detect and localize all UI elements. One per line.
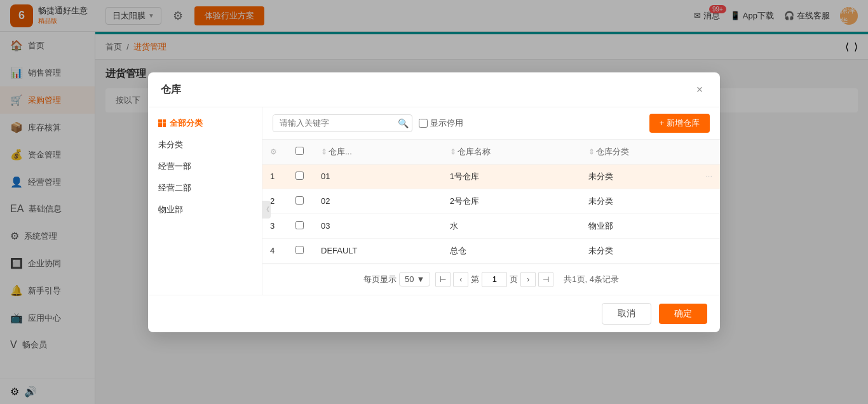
row-code: 01 <box>313 164 442 189</box>
right-panel: 🔍 显示停用 + 新增仓库 ⚙ ⇕仓库... <box>262 107 720 295</box>
modal-close-button[interactable]: × <box>692 83 707 98</box>
row-checkbox[interactable] <box>288 189 313 213</box>
row-code: 02 <box>313 189 442 213</box>
row-category: 物业部 <box>581 213 720 238</box>
next-page-button[interactable]: › <box>520 272 536 287</box>
search-input[interactable] <box>273 115 393 131</box>
table-row[interactable]: 4 DEFAULT 总仓 未分类 <box>262 238 720 263</box>
modal-title: 仓库 <box>161 83 181 97</box>
category-item-4[interactable]: 物业部 <box>148 199 262 220</box>
warehouse-modal: 仓库 × 《 全部分类未分类经营一部经营二部物业部 🔍 <box>148 72 720 332</box>
grid-icon <box>158 119 166 127</box>
col-checkbox <box>288 140 313 165</box>
row-category: 未分类 <box>581 189 720 213</box>
row-checkbox[interactable] <box>288 213 313 238</box>
warehouse-table: ⚙ ⇕仓库... ⇕仓库名称 ⇕仓库分类 1 01 1号仓库 未分类 ··· 2 <box>262 140 720 264</box>
prev-page-button[interactable]: ‹ <box>453 272 468 287</box>
category-item-2[interactable]: 经营一部 <box>148 156 262 177</box>
row-name: 1号仓库 <box>442 164 581 189</box>
row-no: 4 <box>262 238 288 263</box>
row-category: 未分类 ··· <box>581 164 720 189</box>
warehouse-table-wrap: ⚙ ⇕仓库... ⇕仓库名称 ⇕仓库分类 1 01 1号仓库 未分类 ··· 2 <box>262 140 720 264</box>
confirm-button[interactable]: 确定 <box>659 304 707 324</box>
category-item-0[interactable]: 全部分类 <box>148 112 262 134</box>
page-total: 共1页, 4条记录 <box>564 274 619 285</box>
add-warehouse-button[interactable]: + 新增仓库 <box>649 114 710 133</box>
search-button[interactable]: 🔍 <box>393 115 412 131</box>
table-row[interactable]: 1 01 1号仓库 未分类 ··· <box>262 164 720 189</box>
first-page-button[interactable]: ⊢ <box>435 272 451 287</box>
panel-collapse-button[interactable]: 《 <box>262 201 271 219</box>
row-name: 2号仓库 <box>442 189 581 213</box>
show-disabled-label: 显示停用 <box>419 118 463 129</box>
row-name: 水 <box>442 213 581 238</box>
pager: ⊢ ‹ 第 页 › ⊣ <box>435 272 553 287</box>
page-number-input[interactable] <box>482 272 507 287</box>
page-size-select: 每页显示 50 ▼ <box>363 272 430 286</box>
table-row[interactable]: 3 03 水 物业部 <box>262 213 720 238</box>
row-actions-button[interactable]: ··· <box>705 171 712 180</box>
row-checkbox[interactable] <box>288 164 313 189</box>
cancel-button[interactable]: 取消 <box>602 303 651 325</box>
show-disabled-checkbox[interactable] <box>419 119 428 128</box>
col-code: ⇕仓库... <box>313 140 442 165</box>
category-item-1[interactable]: 未分类 <box>148 134 262 156</box>
row-checkbox[interactable] <box>288 238 313 263</box>
modal-body: 《 全部分类未分类经营一部经营二部物业部 🔍 显示停用 + 新增仓库 <box>148 107 720 295</box>
category-panel: 《 全部分类未分类经营一部经营二部物业部 <box>148 107 262 295</box>
table-row[interactable]: 2 02 2号仓库 未分类 <box>262 189 720 213</box>
row-no: 1 <box>262 164 288 189</box>
pagination: 每页显示 50 ▼ ⊢ ‹ 第 页 › ⊣ <box>262 264 720 295</box>
select-all-checkbox[interactable] <box>295 147 304 155</box>
col-category: ⇕仓库分类 <box>581 140 720 165</box>
row-category: 未分类 <box>581 238 720 263</box>
search-box: 🔍 <box>273 114 412 132</box>
last-page-button[interactable]: ⊣ <box>538 272 553 287</box>
col-settings: ⚙ <box>262 140 288 165</box>
row-name: 总仓 <box>442 238 581 263</box>
per-page-dropdown[interactable]: 50 ▼ <box>399 272 430 286</box>
modal-header: 仓库 × <box>148 72 720 107</box>
modal-footer: 取消 确定 <box>148 295 720 332</box>
modal-overlay[interactable]: 仓库 × 《 全部分类未分类经营一部经营二部物业部 🔍 <box>0 0 868 404</box>
row-code: DEFAULT <box>313 238 442 263</box>
chevron-down-icon: ▼ <box>416 274 424 284</box>
category-item-3[interactable]: 经营二部 <box>148 177 262 199</box>
col-name: ⇕仓库名称 <box>442 140 581 165</box>
row-code: 03 <box>313 213 442 238</box>
right-toolbar: 🔍 显示停用 + 新增仓库 <box>262 107 720 140</box>
